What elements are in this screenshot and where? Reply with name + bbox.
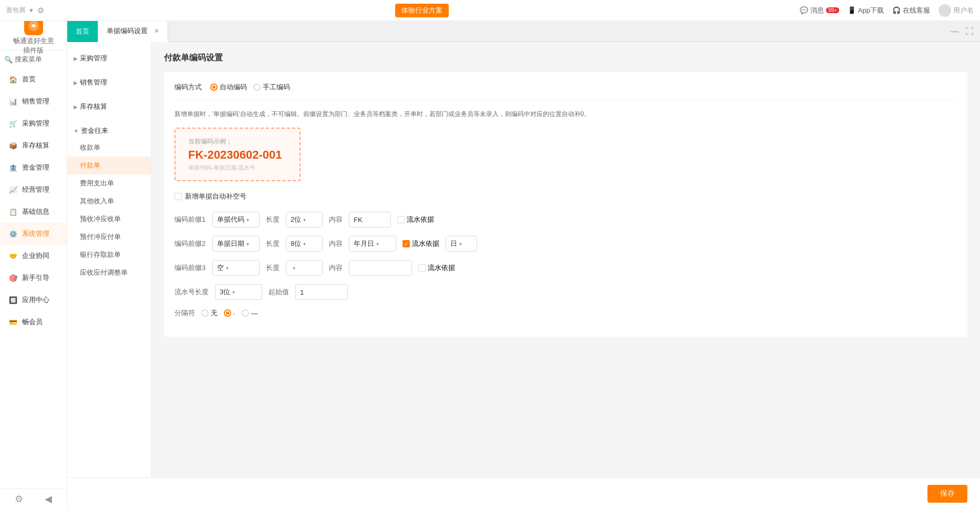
sec-group-purchase-title[interactable]: ▶ 采购管理	[67, 50, 151, 66]
breadcrumb-text: 面包屑	[6, 6, 25, 15]
prefix1-value: 单据代码	[217, 215, 244, 224]
sales-icon: 📊	[8, 97, 18, 106]
prefix3-select[interactable]: 空 ▾	[212, 260, 260, 276]
sep-dash-label: —	[251, 309, 258, 317]
sidebar-label-team: 企业协同	[22, 251, 49, 261]
user-avatar[interactable]: 用户名	[938, 4, 974, 17]
sidebar-item-apps[interactable]: 🔲 应用中心	[0, 289, 67, 311]
sec-item-expense[interactable]: 费用支出单	[67, 174, 151, 192]
sidebar-item-member[interactable]: 💳 畅会员	[0, 311, 67, 333]
encode-section: 编码方式 自动编码 手工编码	[164, 72, 967, 337]
sec-group-sales-title[interactable]: ▶ 销售管理	[67, 75, 151, 90]
config-row-2: 编码前缀2 单据日期 ▾ 长度 8位 ▾ 内容 年月日	[174, 236, 957, 252]
serial3-label: 流水依据	[428, 263, 455, 273]
sec-item-pre-pay[interactable]: 预付冲应付单	[67, 228, 151, 246]
sec-item-payment[interactable]: 付款单	[67, 157, 151, 174]
prefix1-select[interactable]: 单据代码 ▾	[212, 212, 260, 227]
sep-dot-radio[interactable]: ·	[224, 309, 235, 317]
sep-dash-radio[interactable]: —	[242, 309, 258, 317]
sidebar-label-purchase: 采购管理	[22, 119, 49, 128]
preview-code: FK-20230602-001	[188, 148, 287, 162]
sec-group-inventory-title[interactable]: ▶ 库存核算	[67, 99, 151, 115]
finance-group-label: 资金往来	[81, 126, 108, 136]
sidebar-item-purchase[interactable]: 🛒 采购管理	[0, 112, 67, 134]
auto-encode-radio[interactable]: 自动编码	[210, 82, 247, 92]
sep-none-radio[interactable]: 无	[201, 308, 218, 318]
manual-encode-radio[interactable]: 手工编码	[253, 82, 290, 92]
content1-label: 内容	[329, 215, 343, 224]
settings-icon[interactable]: ⚙	[37, 6, 44, 15]
sidebar-item-home[interactable]: 🏠 首页	[0, 68, 67, 90]
sidebar-label-member: 畅会员	[22, 317, 43, 327]
sec-item-bank[interactable]: 银行存取款单	[67, 246, 151, 264]
sidebar-item-info[interactable]: 📋 基础信息	[0, 201, 67, 223]
separator-row: 分隔符 无 · —	[174, 308, 957, 318]
start-value-input[interactable]: 1	[295, 284, 348, 300]
tab-expand-icon[interactable]: ⛶	[963, 25, 976, 38]
serial1-checkbox-group[interactable]: 流水依据	[397, 215, 434, 224]
length2-select[interactable]: 8位 ▾	[286, 236, 323, 252]
secondary-sidebar: ▶ 采购管理 ▶ 销售管理 ▶ 库存核算	[67, 42, 151, 477]
sec-group-finance-title[interactable]: ▼ 资金往来	[67, 123, 151, 139]
serial2-checkbox-group[interactable]: ✓ 流水依据	[403, 239, 439, 248]
tab-encode-settings[interactable]: 单据编码设置 ✕	[98, 21, 168, 42]
serial-length-select[interactable]: 3位 ▾	[215, 284, 262, 300]
manual-encode-radio-circle	[253, 84, 261, 91]
sep-none-label: 无	[211, 308, 218, 318]
sidebar-item-guide[interactable]: 🎯 新手引导	[0, 267, 67, 289]
length1-select[interactable]: 2位 ▾	[286, 212, 323, 227]
sidebar-item-inventory[interactable]: 📦 库存核算	[0, 134, 67, 157]
length1-label: 长度	[266, 215, 280, 224]
sep-dot-circle	[224, 309, 231, 317]
length1-arrow: ▾	[303, 217, 306, 223]
search-icon: 🔍	[4, 56, 13, 64]
chevron-right-inventory: ▶	[74, 104, 78, 110]
team-icon: 🤝	[8, 251, 18, 261]
content1-input[interactable]: FK	[349, 212, 391, 227]
settings-bottom-icon[interactable]: ⚙	[15, 493, 23, 505]
prefix2-select[interactable]: 单据日期 ▾	[212, 236, 260, 252]
length3-select[interactable]: ▾	[286, 260, 323, 276]
experience-button[interactable]: 体验行业方案	[395, 4, 449, 17]
online-service-btn[interactable]: 🎧 在线客服	[892, 6, 930, 15]
tab-bar: 首页 单据编码设置 ✕ — ⛶	[67, 21, 980, 42]
serial1-checkbox[interactable]	[397, 216, 405, 223]
sidebar-item-management[interactable]: 📈 经营管理	[0, 179, 67, 201]
messages-btn[interactable]: 💬 消息 99+	[800, 6, 839, 15]
sidebar-item-sales[interactable]: 📊 销售管理	[0, 90, 67, 112]
collapse-icon[interactable]: ◀	[45, 493, 52, 505]
sec-item-other-income[interactable]: 其他收入单	[67, 192, 151, 210]
dropdown-icon[interactable]: ▾	[29, 6, 33, 14]
save-button[interactable]: 保存	[927, 485, 967, 503]
sidebar-item-system[interactable]: ⚙️ 系统管理	[0, 223, 67, 245]
sec-item-adjust[interactable]: 应收应付调整单	[67, 264, 151, 282]
serial2-checkbox[interactable]: ✓	[403, 240, 410, 247]
serial3-checkbox-group[interactable]: 流水依据	[418, 263, 455, 273]
top-bar: 面包屑 ▾ ⚙ 体验行业方案 💬 消息 99+ 📱 App下载 🎧 在线客服 用…	[0, 0, 980, 21]
content3-input[interactable]	[349, 260, 412, 276]
purchase-group-label: 采购管理	[80, 54, 107, 63]
finance-icon: 🏦	[8, 163, 18, 172]
tab-home-label: 首页	[76, 27, 89, 36]
auto-fill-checkbox[interactable]	[174, 193, 182, 200]
sales-group-label: 销售管理	[80, 78, 107, 87]
logo: 畅通道好生意 插件版	[0, 21, 67, 50]
sec-item-pre-receive[interactable]: 预收冲应收单	[67, 210, 151, 228]
sidebar-item-finance[interactable]: 🏦 资金管理	[0, 157, 67, 179]
app-download-btn[interactable]: 📱 App下载	[848, 6, 884, 15]
apps-icon: 🔲	[8, 295, 18, 305]
system-icon: ⚙️	[8, 229, 18, 238]
tab-home[interactable]: 首页	[67, 21, 98, 42]
tab-minimize-icon[interactable]: —	[948, 25, 961, 38]
sec-item-receipt[interactable]: 收款单	[67, 139, 151, 157]
length1-value: 2位	[291, 215, 301, 224]
search-menu[interactable]: 🔍 搜索菜单	[0, 50, 67, 68]
serial3-checkbox[interactable]	[418, 264, 426, 272]
serial2-unit-select[interactable]: 日 ▾	[446, 236, 477, 252]
messages-badge: 99+	[826, 7, 839, 13]
content2-select[interactable]: 年月日 ▾	[349, 236, 396, 252]
tab-bar-actions: — ⛶	[948, 25, 980, 38]
tab-close-icon[interactable]: ✕	[154, 27, 159, 35]
sidebar-item-team[interactable]: 🤝 企业协同	[0, 245, 67, 267]
guide-icon: 🎯	[8, 273, 18, 283]
